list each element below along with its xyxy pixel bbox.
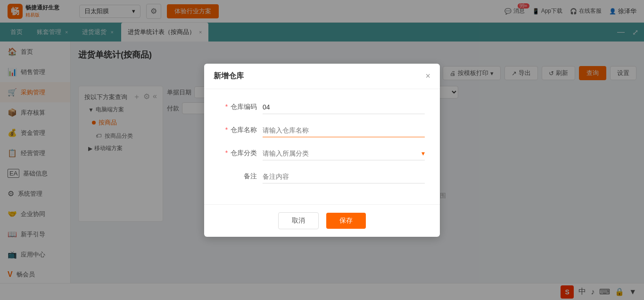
modal-close-button[interactable]: × [425,71,430,81]
save-button[interactable]: 保存 [326,213,366,229]
cancel-button[interactable]: 取消 [278,212,319,229]
modal-header: 新增仓库 × [204,64,440,89]
warehouse-category-label: * 仓库分类 [219,149,257,158]
warehouse-remark-row: 备注 [219,170,425,183]
warehouse-remark-label: 备注 [219,172,257,181]
modal-body: * 仓库编码 * 仓库名称 * 仓库分类 [204,89,440,204]
warehouse-category-row: * 仓库分类 ▾ [219,147,425,160]
warehouse-code-input[interactable] [263,100,425,114]
warehouse-code-row: * 仓库编码 [219,100,425,114]
warehouse-remark-input[interactable] [263,170,425,183]
warehouse-name-input[interactable] [263,124,425,137]
warehouse-name-label: * 仓库名称 [219,126,257,134]
warehouse-name-row: * 仓库名称 [219,124,425,137]
warehouse-code-label: * 仓库编码 [219,103,257,111]
modal-title: 新增仓库 [214,71,244,81]
warehouse-category-input[interactable] [263,147,421,160]
modal-overlay: 新增仓库 × * 仓库编码 * 仓库名称 [0,0,644,300]
warehouse-category-select-wrap: ▾ [263,147,425,160]
add-warehouse-modal: 新增仓库 × * 仓库编码 * 仓库名称 [204,64,440,237]
modal-footer: 取消 保存 [204,204,440,237]
category-dropdown-icon[interactable]: ▾ [421,150,425,157]
